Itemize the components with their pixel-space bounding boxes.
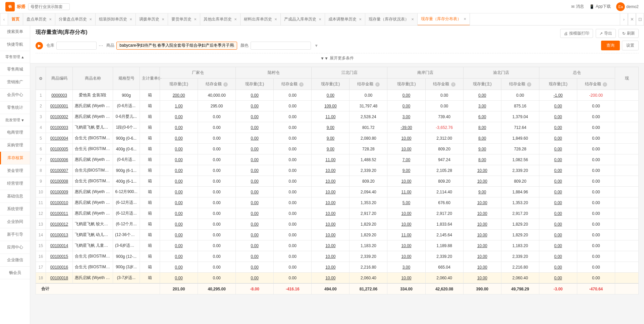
row-spec: 0-6月婴儿... — [113, 111, 140, 122]
setting-btn[interactable]: 设置 — [622, 41, 639, 50]
print-btn[interactable]: 🖨 按模版打印 — [560, 29, 593, 38]
sidebar: 搜索英单 快捷导航 零售管理 ▲ 零售商城 营销推广 会员中心 零售统计 批发管… — [0, 26, 30, 324]
tab-material-out[interactable]: 材料出库单历史 ✕ — [240, 13, 281, 26]
info-icon[interactable]: i — [603, 82, 607, 87]
goods-input[interactable] — [116, 42, 237, 50]
tab-combo[interactable]: 组装拆卸单历史 ✕ — [96, 13, 136, 26]
sidebar-item-ecommerce[interactable]: 电商管理 — [0, 126, 30, 139]
tab-home[interactable]: 首页 — [8, 13, 23, 26]
row-tamount: 0.00 — [577, 273, 615, 284]
row-lamount: 0.00 — [274, 111, 312, 122]
sidebar-item-system[interactable]: 系统管理 — [0, 203, 30, 216]
sidebar-item-operations[interactable]: 经营管理 — [0, 177, 30, 190]
sidebar-item-enterprise[interactable]: 企业协同 — [0, 216, 30, 228]
row-lqty: 0.00 — [236, 101, 274, 111]
info-icon[interactable]: i — [375, 82, 380, 87]
row-extra — [615, 133, 639, 144]
row-code: 00100008 — [46, 176, 73, 187]
tab-stock-dist[interactable]: 现存量（库存分布表） ✕ — [418, 13, 470, 26]
sidebar-item-search[interactable]: 搜索英单 — [0, 26, 30, 38]
row-yqty: 10.00 — [463, 262, 501, 273]
row-yamount: 2,339.20 — [501, 251, 539, 262]
info-icon[interactable]: i — [299, 82, 304, 87]
tab-close-icon[interactable]: ✕ — [89, 17, 92, 21]
message-btn[interactable]: ✉ 消息 — [571, 4, 584, 9]
tab-prev-btn[interactable]: ‹ — [0, 13, 8, 26]
sidebar-item-wholesale[interactable]: 批发管理 ▼ — [0, 114, 30, 126]
warehouse-input[interactable] — [56, 42, 97, 50]
row-fqty: 0.00 — [160, 154, 198, 165]
app-download-btn[interactable]: 📱 App下载 — [589, 4, 611, 9]
summary-label: 合计 — [36, 283, 160, 294]
tab-close-icon[interactable]: ✕ — [129, 17, 132, 21]
row-lamount: 0.00 — [274, 187, 312, 197]
tab-expand-btn[interactable]: ⊡ — [636, 13, 644, 26]
info-icon[interactable]: i — [451, 82, 455, 87]
warehouse-field: 仓库 ··· — [46, 42, 103, 50]
tab-close-icon[interactable]: ✕ — [274, 17, 277, 21]
tab-cost-adjust[interactable]: 成本调整单历史 ✕ — [325, 13, 365, 26]
row-tqty: 0.00 — [539, 144, 577, 154]
tab-close-icon[interactable]: ✕ — [194, 17, 197, 21]
tab-close-icon[interactable]: ✕ — [359, 17, 362, 21]
row-yqty: 9.00 — [463, 187, 501, 197]
table-row: 16 — [36, 251, 46, 262]
sidebar-item-retail-mgmt[interactable]: 零售管理 ▲ — [0, 51, 30, 63]
tab-close-icon[interactable]: ✕ — [411, 17, 414, 21]
tab-close-icon[interactable]: ✕ — [464, 17, 466, 21]
warehouse-more-btn[interactable]: ··· — [99, 43, 103, 48]
sidebar-item-basic[interactable]: 基础信息 — [0, 190, 30, 203]
row-namount: 1,833.64 — [425, 219, 463, 230]
sidebar-item-marketing[interactable]: 营销推广 — [0, 76, 30, 89]
tab-stock-status[interactable]: 现存量（库存状况表） ✕ — [365, 13, 418, 26]
row-jqty: 9.00 — [312, 133, 350, 144]
row-lamount: 0.00 — [274, 165, 312, 176]
sidebar-item-member[interactable]: 会员中心 — [0, 89, 30, 101]
info-icon[interactable]: i — [223, 82, 228, 87]
table-row: 2 — [36, 101, 46, 111]
industry-select[interactable]: 母婴行业演示陈套 — [28, 3, 70, 10]
row-yamount: 728.28 — [501, 144, 539, 154]
sidebar-item-finance[interactable]: 资金管理 — [0, 165, 30, 177]
tab-purchase-order[interactable]: 要货单历史 ✕ — [168, 13, 200, 26]
sidebar-item-retail-store[interactable]: 零售商城 — [0, 63, 30, 76]
sidebar-item-wechat[interactable]: 企业微信 — [0, 254, 30, 267]
sidebar-item-guide[interactable]: 新手引导 — [0, 228, 30, 241]
expand-conditions-btn[interactable]: ▼▼ 展开更多条件 — [36, 53, 639, 63]
tab-inventory-single[interactable]: 盘点单历史 ✕ — [23, 13, 55, 26]
info-icon[interactable]: i — [527, 82, 531, 87]
th-settings[interactable]: ⚙ — [36, 67, 46, 90]
sidebar-item-nav[interactable]: 快捷导航 — [0, 38, 30, 51]
tab-close-icon[interactable]: ✕ — [319, 17, 321, 21]
sidebar-item-member2[interactable]: 畅会员 — [0, 267, 30, 279]
tab-product-in[interactable]: 产成品入库单历史 ✕ — [281, 13, 325, 26]
tab-transfer[interactable]: 调拨单历史 ✕ — [136, 13, 168, 26]
color-input[interactable] — [251, 42, 311, 50]
summary-famount: 40,295.00 — [198, 283, 236, 294]
tab-close-icon[interactable]: ✕ — [49, 17, 52, 21]
row-lqty: 0.00 — [236, 208, 274, 219]
tab-close-icon[interactable]: ✕ — [234, 17, 237, 21]
sidebar-item-purchase[interactable]: 采购管理 — [0, 139, 30, 152]
sidebar-item-appcenter[interactable]: 应用中心 — [0, 241, 30, 254]
export-btn[interactable]: ↗ 导出 — [596, 29, 616, 38]
tab-next-btn[interactable]: › — [620, 13, 628, 26]
color-dropdown-icon[interactable]: ▼ — [314, 43, 318, 48]
row-yqty: 10.00 — [463, 176, 501, 187]
sidebar-item-inventory[interactable]: 库存核算 — [0, 152, 30, 165]
message-icon: ✉ — [571, 4, 575, 9]
sidebar-item-retail-stats[interactable]: 零售统计 — [0, 101, 30, 114]
query-btn[interactable]: 查询 — [601, 41, 620, 50]
tab-other-out[interactable]: 其他出库单历史 ✕ — [200, 13, 240, 26]
tab-inventory-sub[interactable]: 分量盘点单历史 ✕ — [55, 13, 96, 26]
row-famount: 0.00 — [198, 219, 236, 230]
row-lqty: 0.00 — [236, 230, 274, 240]
row-tqty: 0.00 — [539, 230, 577, 240]
tab-close-icon[interactable]: ✕ — [162, 17, 164, 21]
row-nqty: 7.00 — [387, 154, 425, 165]
refresh-btn[interactable]: ↻ 刷新 — [619, 29, 639, 38]
user-area[interactable]: Ea demo2 — [616, 2, 639, 11]
tab-close-all-btn[interactable]: ✕ — [628, 13, 636, 26]
row-jamount: 728.28 — [350, 144, 387, 154]
collapse-btn[interactable]: ▶ — [36, 42, 43, 49]
